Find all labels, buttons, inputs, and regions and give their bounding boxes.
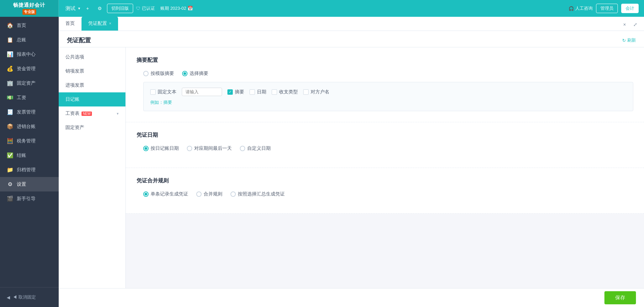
summary-example: 例如：摘要 [150,99,626,105]
voucher-date-title: 凭证日期 [137,132,633,139]
topbar-right: 🎧 人工咨询 管理员 会计 [569,4,639,13]
tab-home[interactable]: 首页 [59,16,82,31]
capital-icon: 💰 [7,65,13,72]
tax-icon: 🧮 [7,138,13,144]
sidebar-item-assets[interactable]: 🏢 固定资产 [0,76,59,90]
radio-period-last-label: 对应期间最后一天 [194,145,232,151]
unpin-button[interactable]: ◀ ◀ 取消固定 [0,291,59,304]
section-summary: 摘要配置 按模版摘要 选择摘要 [126,47,644,122]
checkbox-counterpart-box [303,89,309,95]
content-area: 凭证配置 ↻ 刷新 公共选项 销项发票 进项发票 [59,31,644,288]
left-nav-fixed-assets[interactable]: 固定资产 [59,121,125,135]
radio-custom-date-circle [240,146,245,151]
sidebar-item-tax[interactable]: 🧮 税务管理 [0,134,59,148]
left-nav-public[interactable]: 公共选项 [59,50,125,64]
radio-merge-label: 合并规则 [204,191,222,197]
sidebar-label-checkout: 结账 [17,152,26,159]
checkbox-summary[interactable]: ✓ 摘要 [227,89,244,95]
sidebar-item-home[interactable]: 🏠 首页 [0,18,59,33]
expand-panel-button[interactable]: ⤢ [631,20,640,29]
summary-radio-group: 按模版摘要 选择摘要 [143,71,633,77]
checkbox-fixed-text[interactable]: 固定文本 [150,89,176,95]
sidebar-item-ledger[interactable]: 📋 总账 [0,33,59,47]
refresh-button[interactable]: ↻ 刷新 [622,37,636,43]
sidebar-item-settings[interactable]: ⚙ 设置 [0,177,59,191]
radio-single-record[interactable]: 单条记录生成凭证 [143,191,188,197]
radio-template-summary[interactable]: 按模版摘要 [143,71,174,77]
service-button[interactable]: 🎧 人工咨询 [569,5,593,11]
app-edition: 专业版 [22,9,36,15]
sidebar-item-report[interactable]: 📊 报表中心 [0,47,59,61]
left-nav-diary[interactable]: 日记账 [59,92,125,106]
radio-select-merge-label: 按照选择汇总生成凭证 [238,191,285,197]
summary-label: 摘要 [235,89,244,95]
left-nav: 公共选项 销项发票 进项发票 日记账 工资表 NEW ▾ [59,47,126,288]
radio-select-summary[interactable]: 选择摘要 [182,71,208,77]
sidebar-scroll: 🏠 首页 📋 总账 📊 报表中心 💰 资金管理 🏢 固定资产 💵 工资 🧾 发票… [0,17,59,287]
sidebar-item-archive[interactable]: 📁 归档管理 [0,163,59,177]
close-panel-button[interactable]: × [620,20,629,29]
archive-icon: 📁 [7,167,13,173]
sidebar-label-capital: 资金管理 [17,66,36,72]
sidebar-item-guide[interactable]: 🎬 新手引导 [0,191,59,206]
left-nav-wage-table[interactable]: 工资表 NEW ▾ [59,106,125,121]
sidebar-item-purchase[interactable]: 📦 进销台账 [0,119,59,134]
sidebar-item-checkout[interactable]: ✅ 结账 [0,148,59,163]
radio-custom-date[interactable]: 自定义日期 [240,145,271,151]
settings-icon: ⚙ [7,181,13,187]
purchase-icon: 📦 [7,123,13,130]
certified-label: 已认证 [142,5,155,11]
radio-period-last[interactable]: 对应期间最后一天 [187,145,232,151]
user-button[interactable]: 管理员 [596,4,618,13]
radio-select-merge-circle [230,191,236,197]
home-icon: 🏠 [7,22,13,29]
settings-button[interactable]: ⚙ [95,4,104,13]
checkbox-fixed-text-box [150,89,156,95]
sidebar-label-settings: 设置 [17,181,26,187]
sidebar-label-guide: 新手引导 [17,196,36,202]
counterpart-label: 对方户名 [311,89,329,95]
footer-bar: 保存 [59,288,644,307]
refresh-icon: ↻ [622,38,626,43]
assets-icon: 🏢 [7,80,13,86]
left-nav-sales-invoice[interactable]: 销项发票 [59,64,125,78]
summary-title: 摘要配置 [137,57,633,64]
switch-old-version-button[interactable]: 切到旧版 [107,4,133,13]
main-area: 首页 凭证配置 × × ⤢ 凭证配置 ↻ 刷新 [59,17,644,307]
checkbox-payment-box [272,89,277,95]
sidebar-item-invoice[interactable]: 🧾 发票管理 [0,105,59,119]
checkbox-date[interactable]: 日期 [250,89,266,95]
pin-icon: ◀ [7,295,10,300]
sidebar-item-wage[interactable]: 💵 工资 [0,90,59,105]
radio-diary-date-label: 按日记账日期 [151,145,179,151]
checkout-icon: ✅ [7,152,13,159]
add-button[interactable]: + [83,4,92,13]
checkbox-payment-type[interactable]: 收支类型 [272,89,298,95]
fixed-text-input[interactable] [182,88,222,96]
refresh-label: 刷新 [627,37,636,43]
tabbar-actions: × ⤢ [620,20,644,31]
save-button[interactable]: 保存 [604,291,636,304]
checkbox-counterpart[interactable]: 对方户名 [303,89,329,95]
sidebar-label-ledger: 总账 [17,37,26,43]
left-nav-purchase-invoice[interactable]: 进项发票 [59,78,125,92]
tab-voucher-config[interactable]: 凭证配置 × [82,16,118,31]
sidebar-label-wage: 工资 [17,95,26,101]
topbar: 畅捷通好会计 专业版 测试 ▾ + ⚙ 切到旧版 🛡 已认证 账期 2023-0… [0,0,644,17]
wage-table-chevron: ▾ [117,112,119,116]
radio-template-circle [143,71,149,76]
sidebar-label-report: 报表中心 [17,51,36,57]
page-title: 凭证配置 [67,36,91,44]
role-button[interactable]: 会计 [621,4,639,13]
radio-select-merge[interactable]: 按照选择汇总生成凭证 [230,191,285,197]
sidebar-label-assets: 固定资产 [17,80,36,86]
app-name: 畅捷通好会计 [13,2,45,8]
sidebar-item-capital[interactable]: 💰 资金管理 [0,61,59,76]
summary-config-row: 固定文本 ✓ 摘要 日期 [150,88,626,96]
merge-rule-title: 凭证合并规则 [137,177,633,184]
ledger-icon: 📋 [7,37,13,43]
radio-diary-date[interactable]: 按日记账日期 [143,145,179,151]
project-dropdown-icon[interactable]: ▾ [78,6,80,11]
radio-merge-rule[interactable]: 合并规则 [196,191,222,197]
tab-close-icon[interactable]: × [109,21,111,26]
